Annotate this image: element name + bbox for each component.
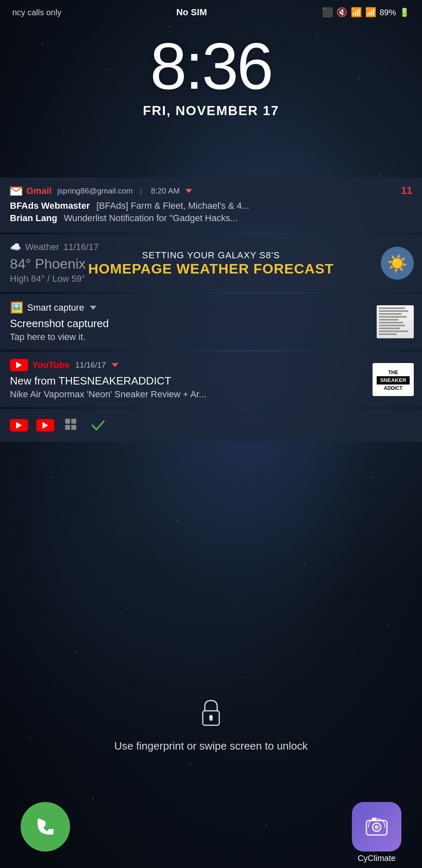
gmail-sender-1: BFAds Webmaster bbox=[10, 200, 90, 211]
smart-capture-expand-icon[interactable] bbox=[90, 306, 96, 310]
mute-icon: 🔇 bbox=[336, 7, 347, 18]
youtube-app-icon bbox=[10, 359, 28, 371]
gmail-app-name: Gmail bbox=[26, 186, 52, 196]
smart-capture-app-name: Smart capture bbox=[27, 302, 84, 313]
weather-notification[interactable]: ☁️ Weather 11/16/17 84° Phoenix High 84°… bbox=[0, 234, 422, 292]
status-icons: ⬛ 🔇 📶 📶 89% 🔋 bbox=[322, 7, 410, 18]
weather-temp: 84° Phoenix bbox=[10, 256, 412, 272]
svg-rect-3 bbox=[10, 186, 22, 188]
lock-area: Use fingerprint or swipe screen to unloc… bbox=[0, 698, 422, 752]
youtube-expand-icon[interactable] bbox=[112, 363, 118, 367]
gmail-badge: 11 bbox=[401, 185, 412, 196]
dock-cyclimate[interactable]: CyClimate bbox=[352, 802, 401, 851]
youtube-app-name: YouTube bbox=[32, 360, 70, 370]
lock-icon bbox=[199, 698, 223, 733]
svg-rect-10 bbox=[65, 419, 70, 424]
gmail-expand-icon[interactable] bbox=[185, 189, 192, 193]
svg-rect-13 bbox=[71, 425, 76, 430]
screenshot-title: Screenshot captured bbox=[10, 317, 412, 330]
svg-point-19 bbox=[375, 825, 379, 829]
weather-highlow: High 84° / Low 59° bbox=[10, 274, 412, 284]
svg-rect-1 bbox=[10, 186, 11, 196]
battery-percent: 89% bbox=[380, 8, 396, 17]
svg-rect-12 bbox=[65, 425, 70, 430]
clock-date: FRI, NOVEMBER 17 bbox=[143, 103, 279, 118]
bottom-dock: CyClimate bbox=[0, 777, 422, 868]
youtube-icon-2[interactable] bbox=[36, 416, 54, 434]
weather-icon-small: ☁️ bbox=[10, 242, 21, 252]
svg-text:THE: THE bbox=[388, 370, 398, 375]
nfc-icon: ⬛ bbox=[322, 7, 333, 18]
checkmark-icon[interactable] bbox=[89, 416, 107, 434]
unlock-text: Use fingerprint or swipe screen to unloc… bbox=[114, 740, 308, 752]
svg-rect-2 bbox=[21, 186, 22, 196]
youtube-icon-1[interactable] bbox=[10, 416, 28, 434]
weather-icon-large: ☀️ bbox=[381, 247, 414, 280]
dock-phone[interactable] bbox=[21, 802, 70, 851]
gmail-time: 8:20 AM bbox=[151, 186, 180, 196]
cyclimate-icon[interactable] bbox=[352, 802, 401, 851]
screenshot-thumbnail bbox=[377, 305, 414, 338]
gmail-subject-1: [BFAds] Farm & Fleet, Michael's & 4... bbox=[96, 200, 249, 211]
youtube-date: 11/16/17 bbox=[75, 361, 106, 370]
signal-icon: 📶 bbox=[365, 7, 376, 18]
youtube-body: Nike Air Vapormax 'Neon' Sneaker Review … bbox=[10, 389, 412, 400]
weather-notif-date: 11/16/17 bbox=[63, 242, 99, 252]
svg-point-16 bbox=[209, 715, 213, 718]
grid-icon[interactable] bbox=[63, 416, 81, 434]
status-no-sim: No SIM bbox=[176, 7, 207, 18]
youtube-title: New from THESNEAKERADDICT bbox=[10, 375, 412, 387]
screenshot-notification[interactable]: 🖼️ Smart capture Screenshot captured Tap… bbox=[0, 294, 422, 350]
clock-time: 8:36 bbox=[150, 33, 272, 99]
youtube-thumbnail: THE SNEAKER ADDICT bbox=[373, 363, 414, 396]
status-carrier: ncy calls only bbox=[12, 8, 61, 17]
gmail-subject-2: Wunderlist Notification for "Gadget Hack… bbox=[64, 213, 238, 224]
svg-text:ADDICT: ADDICT bbox=[384, 385, 403, 391]
wifi-icon: 📶 bbox=[351, 7, 362, 18]
svg-rect-11 bbox=[71, 419, 76, 424]
battery-icon: 🔋 bbox=[399, 7, 410, 17]
gmail-notification[interactable]: Gmail jspring86@gmail.com | 8:20 AM 11 B… bbox=[0, 177, 422, 233]
pipe-sep: | bbox=[140, 187, 142, 195]
gmail-sender-2: Brian Lang bbox=[10, 213, 57, 224]
gmail-email: jspring86@gmail.com bbox=[57, 186, 133, 196]
notification-app-bar bbox=[0, 409, 422, 442]
clock-area: 8:36 FRI, NOVEMBER 17 bbox=[0, 33, 422, 118]
gmail-row-1: BFAds Webmaster [BFAds] Farm & Fleet, Mi… bbox=[10, 200, 412, 211]
sneaker-addict-logo: THE SNEAKER ADDICT bbox=[375, 365, 412, 394]
weather-app-name: Weather bbox=[25, 242, 59, 252]
youtube-notification[interactable]: YouTube 11/16/17 New from THESNEAKERADDI… bbox=[0, 351, 422, 407]
cyclimate-label: CyClimate bbox=[358, 854, 396, 863]
screenshot-body: Tap here to view it. bbox=[10, 332, 412, 342]
gmail-app-icon bbox=[10, 185, 22, 197]
notifications-panel: Gmail jspring86@gmail.com | 8:20 AM 11 B… bbox=[0, 177, 422, 442]
gmail-row-2: Brian Lang Wunderlist Notification for "… bbox=[10, 213, 412, 224]
svg-text:SNEAKER: SNEAKER bbox=[380, 377, 406, 383]
status-bar: ncy calls only No SIM ⬛ 🔇 📶 📶 89% 🔋 bbox=[0, 0, 422, 25]
smart-capture-icon: 🖼️ bbox=[10, 301, 23, 314]
phone-icon[interactable] bbox=[21, 802, 70, 851]
